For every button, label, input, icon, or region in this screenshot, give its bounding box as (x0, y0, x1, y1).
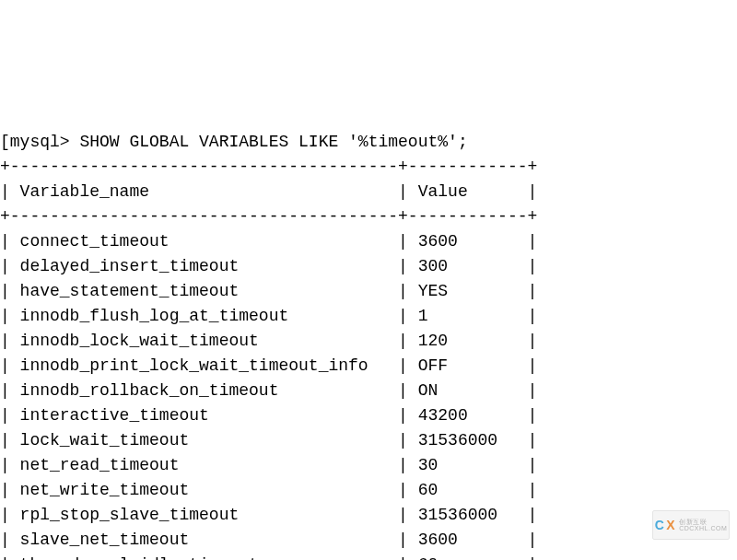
table-header: | Variable_name | Value | (0, 182, 537, 201)
table-border-top: +---------------------------------------… (0, 158, 537, 176)
watermark-logo-c: C (655, 516, 665, 535)
prompt-line: [mysql> SHOW GLOBAL VARIABLES LIKE '%tim… (0, 133, 468, 151)
watermark-text-top: 创新互联 (679, 519, 727, 525)
mysql-terminal-output: [mysql> SHOW GLOBAL VARIABLES LIKE '%tim… (0, 105, 737, 560)
watermark-badge: CX 创新互联 CDCXHL.COM (652, 510, 730, 540)
watermark-text-bottom: CDCXHL.COM (679, 525, 727, 531)
watermark-logo-x: X (666, 516, 675, 535)
table-body: | connect_timeout | 3600 | | delayed_ins… (0, 232, 537, 560)
table-border-mid: +---------------------------------------… (0, 207, 537, 226)
